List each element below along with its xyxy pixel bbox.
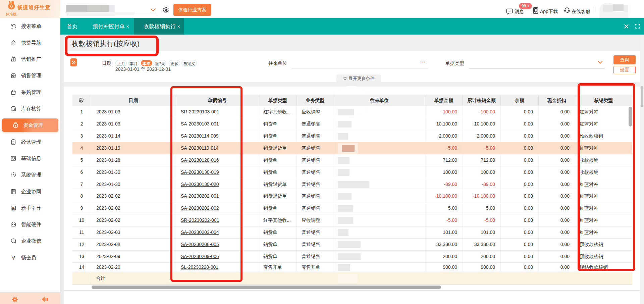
svg-text:$: $ [13, 75, 14, 77]
svg-text:新: 新 [12, 206, 15, 210]
svg-text:V: V [12, 255, 15, 260]
